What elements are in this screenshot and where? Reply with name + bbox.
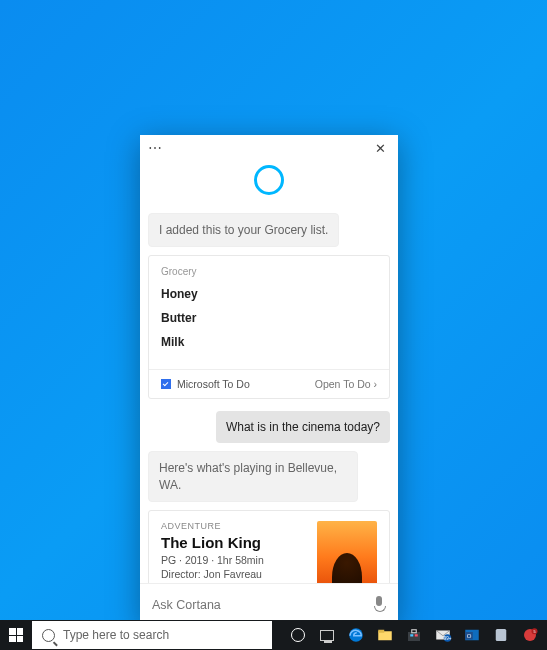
movie-meta: PG · 2019 · 1hr 58min [161,554,307,566]
conversation-pane: I added this to your Grocery list. Groce… [140,209,398,583]
user-row: What is in the cinema today? [148,411,390,443]
taskbar: Type here to search 99+ O [0,620,547,650]
svg-rect-4 [412,630,417,633]
cortana-ring-icon [254,165,284,195]
taskbar-search[interactable]: Type here to search [32,621,272,649]
more-icon[interactable]: ⋯ [148,141,162,155]
source-label[interactable]: Microsoft To Do [161,378,250,390]
svg-text:O: O [467,633,472,639]
task-view-icon[interactable] [314,620,340,650]
list-item: Honey [161,287,377,301]
list-item: Milk [161,335,377,349]
svg-rect-5 [410,634,413,636]
open-todo-link[interactable]: Open To Do › [315,378,377,390]
assistant-row: Here's what's playing in Bellevue, WA. [148,451,390,501]
search-placeholder: Type here to search [63,628,169,642]
svg-rect-6 [415,634,418,636]
search-icon [42,629,55,642]
movie-director: Director: Jon Favreau [161,568,307,580]
app-icon-red[interactable]: 5 [517,620,543,650]
ask-input[interactable] [152,598,332,612]
app-icon[interactable] [488,620,514,650]
outlook-icon[interactable]: O [459,620,485,650]
movie-title: The Lion King [161,534,307,551]
card-title: Grocery [161,266,377,277]
assistant-bubble: Here's what's playing in Bellevue, WA. [148,451,358,501]
list-item: Butter [161,311,377,325]
grocery-card[interactable]: Grocery Honey Butter Milk Microsoft To D… [148,255,390,399]
store-icon[interactable] [401,620,427,650]
assistant-bubble: I added this to your Grocery list. [148,213,339,247]
ask-bar [140,583,398,625]
svg-rect-3 [408,632,420,641]
cortana-taskbar-icon[interactable] [285,620,311,650]
movie-poster [317,521,377,583]
cortana-logo [140,165,398,195]
mail-icon[interactable]: 99+ [430,620,456,650]
svg-text:5: 5 [533,630,535,634]
user-bubble: What is in the cinema today? [216,411,390,443]
movie-card[interactable]: ADVENTURE The Lion King PG · 2019 · 1hr … [148,510,390,583]
windows-icon [9,628,23,642]
svg-rect-2 [378,630,384,633]
svg-rect-13 [496,629,507,641]
start-button[interactable] [0,620,32,650]
movie-category: ADVENTURE [161,521,307,531]
file-explorer-icon[interactable] [372,620,398,650]
assistant-row: I added this to your Grocery list. [148,213,390,247]
edge-icon[interactable] [343,620,369,650]
todo-icon [161,379,171,389]
cortana-window: ⋯ ✕ I added this to your Grocery list. G… [140,135,398,625]
cortana-titlebar: ⋯ ✕ [140,135,398,161]
close-icon[interactable]: ✕ [371,139,390,158]
card-footer: Microsoft To Do Open To Do › [149,369,389,398]
svg-text:99+: 99+ [444,636,452,641]
microphone-icon[interactable] [372,596,386,614]
desktop: ⋯ ✕ I added this to your Grocery list. G… [0,0,547,650]
